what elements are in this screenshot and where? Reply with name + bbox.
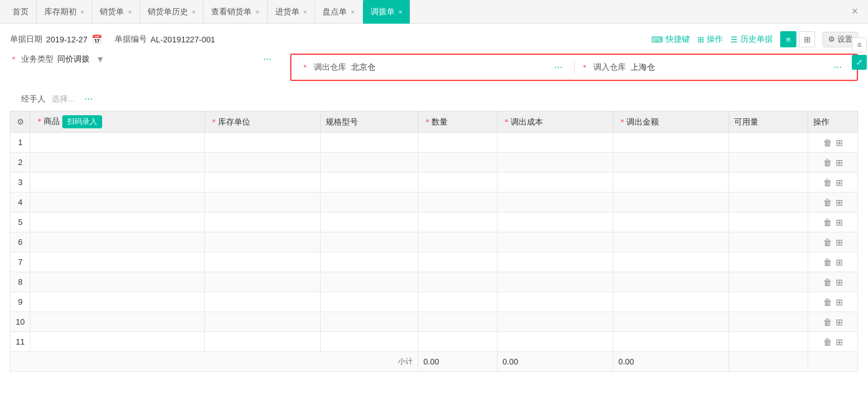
tab-sales-history[interactable]: 销货单历史 × [140,0,204,24]
row-unit[interactable] [205,312,321,332]
tab-inventory-init-close[interactable]: × [80,8,84,16]
tab-sales-order-close[interactable]: × [128,8,131,16]
row-product[interactable] [31,332,205,352]
row-spec[interactable] [321,332,418,352]
row-amount[interactable] [613,173,729,193]
row-spec[interactable] [321,252,418,272]
tab-home[interactable]: 首页 [5,0,37,24]
row-qty[interactable] [418,332,497,352]
tab-transfer[interactable]: 调拨单 × [363,0,410,24]
row-spec[interactable] [321,312,418,332]
row-qty[interactable] [418,252,497,272]
tab-purchase[interactable]: 进货单 × [268,0,315,24]
copy-icon[interactable]: ⊞ [836,138,843,148]
copy-icon[interactable]: ⊞ [836,337,843,347]
row-available[interactable] [729,312,808,332]
row-cost[interactable] [497,232,613,252]
row-qty[interactable] [418,312,497,332]
row-unit[interactable] [205,272,321,292]
warehouse-in-more[interactable]: ··· [829,62,847,73]
row-cost[interactable] [497,292,613,312]
side-list-btn[interactable]: ≡ [852,37,867,52]
copy-icon[interactable]: ⊞ [836,237,843,247]
row-unit[interactable] [205,252,321,272]
copy-icon[interactable]: ⊞ [836,277,843,287]
tab-inventory-count[interactable]: 盘点单 × [315,0,362,24]
row-amount[interactable] [613,292,729,312]
row-cost[interactable] [497,312,613,332]
row-product[interactable] [31,133,205,153]
copy-icon[interactable]: ⊞ [836,178,843,188]
row-available[interactable] [729,232,808,252]
delete-icon[interactable]: 🗑 [823,178,832,188]
row-cost[interactable] [497,153,613,173]
delete-icon[interactable]: 🗑 [823,158,832,168]
row-available[interactable] [729,252,808,272]
row-amount[interactable] [613,252,729,272]
tab-purchase-close[interactable]: × [303,8,307,16]
gear-icon[interactable]: ⚙ [16,117,25,126]
row-unit[interactable] [205,212,321,232]
delete-icon[interactable]: 🗑 [823,297,832,307]
row-cost[interactable] [497,193,613,212]
delete-icon[interactable]: 🗑 [823,138,832,148]
row-amount[interactable] [613,153,729,173]
row-product[interactable] [31,193,205,212]
row-amount[interactable] [613,232,729,252]
row-available[interactable] [729,212,808,232]
copy-icon[interactable]: ⊞ [836,257,843,267]
row-product[interactable] [31,272,205,292]
handler-more[interactable]: ··· [80,93,98,105]
delete-icon[interactable]: 🗑 [823,237,832,247]
delete-icon[interactable]: 🗑 [823,217,832,227]
row-product[interactable] [31,252,205,272]
row-product[interactable] [31,232,205,252]
row-qty[interactable] [418,232,497,252]
row-amount[interactable] [613,312,729,332]
row-amount[interactable] [613,193,729,212]
row-spec[interactable] [321,232,418,252]
tab-view-sales-close[interactable]: × [255,8,259,16]
side-expand-btn[interactable]: ⤢ [852,55,867,70]
grid-view-btn[interactable]: ⊞ [799,31,815,47]
row-unit[interactable] [205,153,321,173]
row-qty[interactable] [418,173,497,193]
row-unit[interactable] [205,133,321,153]
row-cost[interactable] [497,133,613,153]
row-qty[interactable] [418,193,497,212]
row-available[interactable] [729,133,808,153]
row-cost[interactable] [497,173,613,193]
row-product[interactable] [31,153,205,173]
row-available[interactable] [729,173,808,193]
row-qty[interactable] [418,133,497,153]
row-product[interactable] [31,292,205,312]
row-spec[interactable] [321,272,418,292]
row-spec[interactable] [321,173,418,193]
row-spec[interactable] [321,212,418,232]
row-product[interactable] [31,173,205,193]
history-btn[interactable]: ☰ 历史单据 [730,34,773,45]
calendar-icon[interactable]: 📅 [92,34,102,44]
handler-input[interactable]: 选择... [52,93,75,105]
row-available[interactable] [729,153,808,173]
row-amount[interactable] [613,133,729,153]
list-view-btn[interactable]: ≡ [780,31,796,47]
copy-icon[interactable]: ⊞ [836,158,843,168]
row-amount[interactable] [613,272,729,292]
delete-icon[interactable]: 🗑 [823,317,832,327]
row-cost[interactable] [497,272,613,292]
row-available[interactable] [729,292,808,312]
tab-sales-history-close[interactable]: × [192,8,196,16]
warehouse-out-more[interactable]: ··· [549,62,567,73]
row-qty[interactable] [418,212,497,232]
operations-btn[interactable]: ⊞ 操作 [697,34,723,45]
business-type-dropdown[interactable]: ▼ [96,54,105,64]
tab-inventory-count-close[interactable]: × [351,8,354,16]
row-amount[interactable] [613,332,729,352]
row-qty[interactable] [418,153,497,173]
row-product[interactable] [31,212,205,232]
row-cost[interactable] [497,332,613,352]
row-product[interactable] [31,312,205,332]
copy-icon[interactable]: ⊞ [836,217,843,227]
row-qty[interactable] [418,292,497,312]
